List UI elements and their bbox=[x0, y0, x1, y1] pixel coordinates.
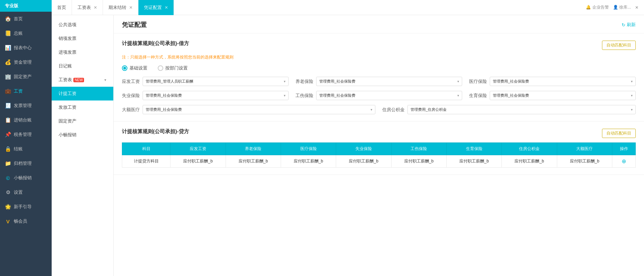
refresh-icon: ↻ bbox=[622, 22, 625, 28]
sidebar-item-ledger[interactable]: 📒 总账 bbox=[0, 26, 52, 41]
sidebar-item-label: 畅会员 bbox=[14, 218, 27, 224]
dropdown-arrow: ▾ bbox=[631, 108, 633, 112]
field-shiye-select[interactable]: 管理费用_社会保险费 ▾ bbox=[143, 91, 289, 100]
payroll-icon: 💼 bbox=[5, 88, 11, 94]
field-shiye: 失业保险 管理费用_社会保险费 ▾ bbox=[122, 91, 289, 100]
radio-basic[interactable]: 基础设置 bbox=[122, 65, 147, 71]
close-window-btn[interactable]: ✕ bbox=[635, 5, 638, 10]
cell-gongshang: 应付职工薪酬_b bbox=[391, 155, 446, 168]
refresh-button[interactable]: ↻ 刷新 bbox=[622, 22, 636, 28]
sidebar-item-label: 归档管理 bbox=[14, 160, 32, 167]
tab-home-label: 首页 bbox=[57, 4, 66, 11]
cell-subject: 计提贷方科目 bbox=[122, 155, 170, 168]
sidebar-item-label: 报表中心 bbox=[14, 45, 32, 51]
credit-auto-match-button[interactable]: 自动匹配科目 bbox=[602, 129, 636, 138]
tab-closing-close[interactable]: ✕ bbox=[129, 5, 133, 10]
assets-icon: 🏢 bbox=[5, 74, 11, 80]
tab-voucher-close[interactable]: ✕ bbox=[165, 5, 168, 10]
col-yanglao: 养老保险 bbox=[226, 143, 281, 155]
sidebar-item-label: 税务管理 bbox=[14, 131, 32, 138]
sidebar-item-home[interactable]: 🏠 首页 bbox=[0, 12, 52, 26]
field-shengyu-select[interactable]: 管理费用_社会保险费 ▾ bbox=[490, 91, 636, 100]
field-zhufang-select[interactable]: 管理费用_住房公积金 ▾ bbox=[407, 105, 636, 114]
tab-payroll-close[interactable]: ✕ bbox=[94, 5, 97, 10]
debit-auto-match-button[interactable]: 自动匹配科目 bbox=[602, 41, 636, 50]
radio-department[interactable]: 按部门设置 bbox=[158, 65, 188, 71]
field-daeliao-select[interactable]: 管理费用_社会保险费 ▾ bbox=[143, 105, 375, 114]
sidebar-item-label: 小畅报销 bbox=[14, 175, 32, 181]
left-nav-accrual-label: 计提工资 bbox=[59, 91, 76, 97]
radio-department-label: 按部门设置 bbox=[165, 65, 188, 71]
left-nav-sales-invoice[interactable]: 销项发票 bbox=[52, 32, 113, 45]
tab-home[interactable]: 首页 bbox=[52, 0, 72, 15]
field-zhufang: 住房公积金 管理费用_住房公积金 ▾ bbox=[382, 105, 636, 114]
sidebar-item-archive[interactable]: 📁 归档管理 bbox=[0, 156, 52, 171]
sidebar-item-closing[interactable]: 🔒 结账 bbox=[0, 142, 52, 156]
sidebar-item-purchases[interactable]: 📋 进销台账 bbox=[0, 113, 52, 127]
page-title: 凭证配置 bbox=[122, 21, 147, 29]
sidebar-item-guide[interactable]: 🌟 新手引导 bbox=[0, 200, 52, 214]
sidebar-item-label: 新手引导 bbox=[14, 204, 32, 210]
sidebar-item-xcreport[interactable]: © 小畅报销 bbox=[0, 171, 52, 185]
col-shengyu: 生育保险 bbox=[447, 143, 502, 155]
tab-closing[interactable]: 期末结转 ✕ bbox=[103, 0, 138, 15]
dropdown-arrow: ▾ bbox=[371, 108, 372, 112]
cell-action[interactable]: ⊕ bbox=[612, 155, 636, 168]
left-nav-accrual[interactable]: 计提工资 bbox=[52, 87, 113, 100]
settings-icon: ⚙ bbox=[5, 189, 11, 195]
table-row: 计提贷方科目 应付职工薪酬_b 应付职工薪酬_b 应付职工薪酬_b 应付职工薪酬… bbox=[122, 155, 636, 168]
sidebar-item-invoices[interactable]: 🧾 发票管理 bbox=[0, 98, 52, 113]
sidebar-item-payroll[interactable]: 💼 工资 bbox=[0, 84, 52, 98]
radio-basic-circle bbox=[122, 65, 127, 71]
left-nav-public[interactable]: 公共选项 bbox=[52, 18, 113, 32]
left-nav-payroll-table[interactable]: 工资表 NEW ▾ bbox=[52, 73, 113, 87]
funds-icon: 💰 bbox=[5, 59, 11, 65]
left-nav: 公共选项 销项发票 进项发票 日记账 工资表 NEW ▾ 计提工资 bbox=[52, 15, 114, 276]
left-nav-payment[interactable]: 发放工资 bbox=[52, 100, 113, 114]
field-yanglao-select[interactable]: 管理费用_社会保险费 ▾ bbox=[316, 77, 462, 86]
col-daeliao: 大额医疗 bbox=[557, 143, 612, 155]
field-gongshang-value: 管理费用_社会保险费 bbox=[319, 93, 355, 98]
col-yiliao: 医疗保险 bbox=[281, 143, 336, 155]
tab-voucher-config[interactable]: 凭证配置 ✕ bbox=[138, 0, 174, 15]
radio-basic-label: 基础设置 bbox=[129, 65, 147, 71]
tab-bar: 首页 工资表 ✕ 期末结转 ✕ 凭证配置 ✕ 🔔 企业告警 👤 徐库... ✕ bbox=[52, 0, 644, 15]
field-yiliao-select[interactable]: 管理费用_社会保险费 ▾ bbox=[490, 77, 636, 86]
col-zhufang: 住房公积金 bbox=[502, 143, 557, 155]
reports-icon: 📊 bbox=[5, 45, 11, 51]
left-nav-purchase-invoice-label: 进项发票 bbox=[59, 49, 76, 55]
field-yingfa-select[interactable]: 管理费用_管理人员职工薪酬 ▾ bbox=[143, 77, 289, 86]
left-nav-public-label: 公共选项 bbox=[59, 22, 76, 28]
sidebar-item-reports[interactable]: 📊 报表中心 bbox=[0, 41, 52, 55]
sidebar-item-assets[interactable]: 🏢 固定资产 bbox=[0, 70, 52, 84]
sidebar-item-funds[interactable]: 💰 资金管理 bbox=[0, 55, 52, 70]
col-gongshang: 工伤保险 bbox=[391, 143, 446, 155]
sidebar-item-settings[interactable]: ⚙ 设置 bbox=[0, 185, 52, 200]
sidebar-item-label: 进销台账 bbox=[14, 117, 32, 123]
field-yiliao-label: 医疗保险 bbox=[469, 78, 487, 85]
field-gongshang-select[interactable]: 管理费用_社会保险费 ▾ bbox=[316, 91, 462, 100]
sidebar-item-tax[interactable]: 📌 税务管理 bbox=[0, 127, 52, 142]
sidebar-item-member[interactable]: V 畅会员 bbox=[0, 214, 52, 229]
chevron-down-icon: ▾ bbox=[104, 78, 106, 82]
dropdown-arrow: ▾ bbox=[284, 94, 285, 97]
left-nav-journal-label: 日记账 bbox=[59, 63, 72, 69]
dropdown-arrow: ▾ bbox=[631, 94, 633, 97]
field-shengyu-value: 管理费用_社会保险费 bbox=[493, 93, 529, 98]
credit-section-header: 计提核算规则(公司承担)-贷方 自动匹配科目 bbox=[122, 128, 636, 138]
top-bar-right: 🔔 企业告警 👤 徐库... ✕ bbox=[586, 4, 644, 10]
sidebar-item-label: 结账 bbox=[14, 146, 23, 152]
member-icon: V bbox=[5, 219, 11, 224]
field-daeliao-label: 大额医疗 bbox=[122, 107, 140, 113]
col-subject: 科目 bbox=[122, 143, 170, 155]
left-nav-purchase-invoice[interactable]: 进项发票 bbox=[52, 45, 113, 59]
left-nav-journal[interactable]: 日记账 bbox=[52, 59, 113, 73]
debit-form-row1: 应发工资 管理费用_管理人员职工薪酬 ▾ 养老保险 管理费用_社会保险费 ▾ bbox=[122, 77, 636, 86]
left-nav-fixed-assets[interactable]: 固定资产 bbox=[52, 114, 113, 128]
credit-table-header: 科目 应发工资 养老保险 医疗保险 失业保险 工伤保险 生育保险 住房公积金 大… bbox=[122, 143, 636, 155]
app-edition: 专业版 bbox=[0, 0, 52, 12]
tab-payroll[interactable]: 工资表 ✕ bbox=[72, 0, 103, 15]
dropdown-arrow: ▾ bbox=[284, 79, 285, 83]
tab-payroll-label: 工资表 bbox=[77, 4, 91, 11]
left-nav-xc-report[interactable]: 小畅报销 bbox=[52, 128, 113, 142]
